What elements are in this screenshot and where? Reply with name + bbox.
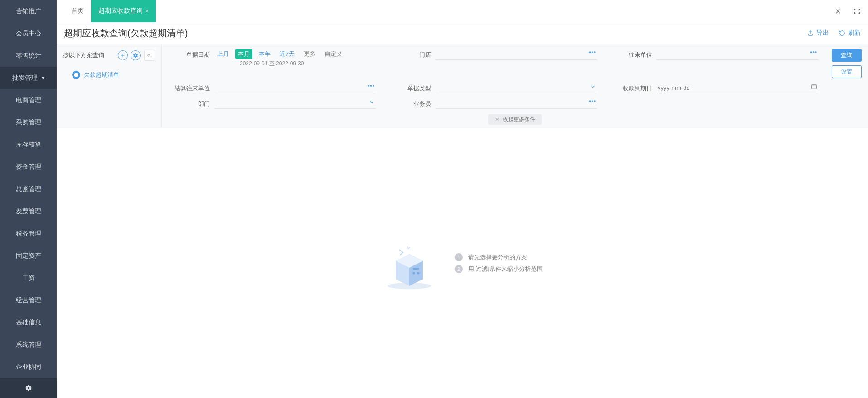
scheme-header-label: 按以下方案查询 xyxy=(63,51,104,59)
date-this-month[interactable]: 本月 xyxy=(235,49,252,59)
chevron-down-icon xyxy=(41,77,45,79)
sidebar-item-fixed-assets[interactable]: 固定资产 xyxy=(0,245,57,267)
sidebar-item-purchase[interactable]: 采购管理 xyxy=(0,111,57,133)
empty-steps: 1 请先选择要分析的方案 2 用[过滤]条件来缩小分析范围 xyxy=(455,250,542,277)
doc-type-chevron-icon[interactable] xyxy=(590,84,596,91)
filter-area: 按以下方案查询 欠款超期清单 xyxy=(57,44,868,128)
double-chevron-up-icon xyxy=(495,117,500,122)
plus-icon xyxy=(120,53,126,58)
sidebar-item-invoice[interactable]: 发票管理 xyxy=(0,200,57,222)
sidebar-item-wholesale[interactable]: 批发管理 xyxy=(0,67,57,89)
title-actions: 导出 刷新 xyxy=(807,29,861,37)
filter-doc-date: 单据日期 上月 本月 本年 近7天 更多 自定义 2022-09-01 至 xyxy=(168,49,376,78)
fullscreen-button[interactable] xyxy=(851,5,863,18)
close-icon[interactable]: × xyxy=(145,8,149,14)
refresh-icon xyxy=(839,30,845,36)
date-last-month[interactable]: 上月 xyxy=(214,49,232,59)
sidebar-item-system[interactable]: 系统管理 xyxy=(0,334,57,356)
filter-store-label: 门店 xyxy=(389,49,431,59)
query-button[interactable]: 查询 xyxy=(832,49,862,62)
sidebar-item-enterprise[interactable]: 企业协同 xyxy=(0,356,57,378)
filter-doc-date-label: 单据日期 xyxy=(168,49,210,59)
filter-due-date: 收款到期日 xyxy=(611,83,818,93)
tab-home[interactable]: 首页 xyxy=(64,0,91,22)
sidebar-settings[interactable] xyxy=(0,378,57,398)
filter-store: 门店 ••• xyxy=(389,49,597,78)
step-text-1: 请先选择要分析的方案 xyxy=(468,253,527,261)
sidebar-item-ecommerce[interactable]: 电商管理 xyxy=(0,89,57,111)
sidebar-item-inventory[interactable]: 库存核算 xyxy=(0,133,57,156)
store-lookup-icon[interactable]: ••• xyxy=(589,49,596,55)
add-scheme-button[interactable] xyxy=(118,50,128,60)
sidebar-item-salary[interactable]: 工资 xyxy=(0,267,57,289)
sidebar-item-tax[interactable]: 税务管理 xyxy=(0,222,57,245)
partner-input[interactable] xyxy=(657,49,818,60)
scheme-icon xyxy=(72,71,80,79)
filter-partner-label: 往来单位 xyxy=(611,49,652,59)
step-number-1: 1 xyxy=(455,253,463,261)
sidebar: 营销推广 会员中心 零售统计 批发管理 电商管理 采购管理 库存核算 资金管理 … xyxy=(0,0,57,398)
filters-grid: 单据日期 上月 本月 本年 近7天 更多 自定义 2022-09-01 至 xyxy=(162,44,868,128)
scheme-item-label: 欠款超期清单 xyxy=(84,71,119,79)
filter-actions: 查询 设置 xyxy=(832,49,862,78)
scheme-header-icons xyxy=(118,50,155,61)
scheme-settings-button[interactable] xyxy=(131,50,141,60)
tab-overdue-receivable[interactable]: 超期应收款查询 × xyxy=(91,0,156,22)
calendar-icon[interactable] xyxy=(811,84,817,91)
date-preset-group: 上月 本月 本年 近7天 更多 自定义 xyxy=(214,49,376,59)
title-row: 超期应收款查询(欠款超期清单) 导出 刷新 xyxy=(57,22,868,44)
doc-type-select[interactable] xyxy=(436,83,597,93)
settings-button[interactable]: 设置 xyxy=(832,65,862,78)
partner-lookup-icon[interactable]: ••• xyxy=(810,49,817,55)
salesman-input[interactable] xyxy=(436,98,597,109)
main: 首页 超期应收款查询 × 超期应收款查询(欠款超期清单) 导出 刷新 xyxy=(57,0,868,398)
empty-state: 1 请先选择要分析的方案 2 用[过滤]条件来缩小分析范围 xyxy=(57,128,868,398)
date-last7[interactable]: 近7天 xyxy=(277,49,297,59)
collapse-filters-button[interactable]: 收起更多条件 xyxy=(488,114,542,125)
filter-settle-partner-label: 结算往来单位 xyxy=(168,83,210,93)
filter-partner: 往来单位 ••• xyxy=(611,49,818,78)
sidebar-item-operations[interactable]: 经营管理 xyxy=(0,289,57,311)
filter-due-date-label: 收款到期日 xyxy=(611,83,652,93)
collapse-scheme-button[interactable] xyxy=(144,50,155,61)
date-range-display: 2022-09-01 至 2022-09-30 xyxy=(214,60,376,68)
step-text-2: 用[过滤]条件来缩小分析范围 xyxy=(468,265,542,273)
date-this-year[interactable]: 本年 xyxy=(256,49,273,59)
export-icon xyxy=(807,30,814,36)
filter-salesman-label: 业务员 xyxy=(389,98,431,108)
filter-department: 部门 xyxy=(168,98,376,109)
collapse-bar: 收起更多条件 xyxy=(168,113,862,125)
store-input[interactable] xyxy=(436,49,597,60)
page-title: 超期应收款查询(欠款超期清单) xyxy=(64,27,188,39)
empty-step-2: 2 用[过滤]条件来缩小分析范围 xyxy=(455,265,542,273)
refresh-button[interactable]: 刷新 xyxy=(839,29,861,37)
due-date-input[interactable] xyxy=(657,83,818,93)
empty-step-1: 1 请先选择要分析的方案 xyxy=(455,253,542,261)
settle-partner-input[interactable] xyxy=(214,83,376,93)
sidebar-item-basic-info[interactable]: 基础信息 xyxy=(0,311,57,334)
tabbar-actions xyxy=(832,0,863,22)
sidebar-item-ledger[interactable]: 总账管理 xyxy=(0,178,57,200)
filter-salesman: 业务员 ••• xyxy=(389,98,597,109)
tabbar: 首页 超期应收款查询 × xyxy=(57,0,868,22)
date-custom[interactable]: 自定义 xyxy=(322,49,345,59)
sidebar-item-funds[interactable]: 资金管理 xyxy=(0,156,57,178)
filter-doc-type-label: 单据类型 xyxy=(389,83,431,93)
sidebar-item-retail-stats[interactable]: 零售统计 xyxy=(0,44,57,67)
scheme-item-overdue-list[interactable]: 欠款超期清单 xyxy=(63,68,155,82)
svg-rect-2 xyxy=(413,268,419,270)
sidebar-item-marketing[interactable]: 营销推广 xyxy=(0,0,57,22)
chevron-left-icon xyxy=(147,53,152,58)
salesman-lookup-icon[interactable]: ••• xyxy=(589,98,596,104)
date-more[interactable]: 更多 xyxy=(301,49,318,59)
close-all-button[interactable] xyxy=(832,5,844,18)
scheme-panel: 按以下方案查询 欠款超期清单 xyxy=(57,44,162,128)
export-button[interactable]: 导出 xyxy=(807,29,829,37)
scheme-header: 按以下方案查询 xyxy=(63,50,155,61)
sidebar-item-member[interactable]: 会员中心 xyxy=(0,22,57,44)
svg-point-4 xyxy=(417,272,420,274)
gear-icon xyxy=(133,53,138,58)
department-chevron-icon[interactable] xyxy=(369,99,375,107)
settle-partner-lookup-icon[interactable]: ••• xyxy=(368,83,375,89)
department-select[interactable] xyxy=(214,98,376,109)
